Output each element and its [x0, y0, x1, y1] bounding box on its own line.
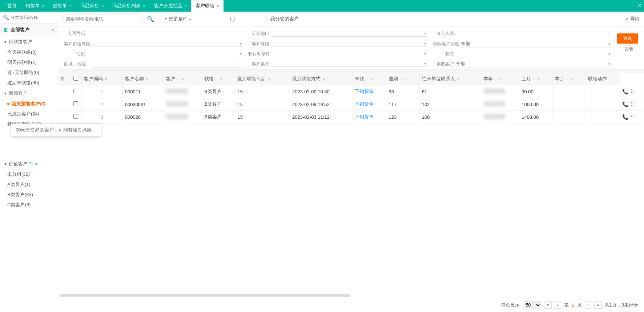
- select-all-checkbox[interactable]: [73, 76, 78, 81]
- close-icon[interactable]: ×: [185, 4, 187, 8]
- sidebar-item-overdue-contact[interactable]: 逾期未联络(30): [0, 78, 58, 88]
- collapse-icon[interactable]: «: [52, 27, 54, 32]
- close-icon[interactable]: ×: [42, 4, 44, 8]
- last-page-button[interactable]: »: [594, 301, 602, 309]
- row-last-method[interactable]: 下销货单: [352, 98, 386, 111]
- row-checkbox-cell[interactable]: [70, 111, 81, 123]
- close-icon[interactable]: ×: [101, 4, 104, 8]
- row-checkbox[interactable]: [73, 101, 78, 106]
- settings-button[interactable]: 设置: [620, 45, 638, 54]
- sort-icon[interactable]: ⇅: [181, 77, 184, 81]
- tab-customer-tier[interactable]: 客户分层经营 ×: [150, 0, 191, 12]
- gear-column-header[interactable]: ⚙: [58, 73, 70, 85]
- more-conditions-button[interactable]: ▼ 更多条件 ▲: [164, 16, 192, 22]
- row-checkbox[interactable]: [73, 89, 78, 93]
- sidebar-all-customers[interactable]: ⊞ 全部客户 «: [0, 24, 58, 36]
- per-page-select[interactable]: 50 100 200: [523, 301, 541, 309]
- export-button[interactable]: ↗ 导出: [625, 16, 640, 22]
- payment-select[interactable]: ▼: [272, 51, 427, 57]
- more-actions-icon[interactable]: ⠿: [631, 114, 634, 120]
- row-unlink: 96: [386, 85, 419, 98]
- customer-type-select[interactable]: ▼: [271, 61, 427, 67]
- sort-icon[interactable]: ⇅: [404, 77, 407, 81]
- tab-sales-order[interactable]: 销货单 ×: [21, 0, 48, 12]
- sidebar-item-churned[interactable]: 已流失客户(24): [0, 109, 58, 119]
- close-icon[interactable]: ×: [69, 4, 71, 8]
- dept-select[interactable]: ▼: [271, 31, 427, 37]
- more-actions-icon[interactable]: ⠿: [631, 101, 634, 107]
- scrollbar-thumb[interactable]: [60, 294, 350, 297]
- manager-select[interactable]: ···: [456, 30, 611, 37]
- horizontal-scrollbar[interactable]: [58, 293, 644, 298]
- sort-icon[interactable]: ⇅: [268, 77, 271, 81]
- tab-purchase-order[interactable]: 进货单 ×: [48, 0, 76, 12]
- my-customers-checkbox[interactable]: 我分管的客户: [196, 16, 299, 22]
- dots-icon[interactable]: ···: [608, 31, 611, 36]
- tab-customer-contact[interactable]: 客户联络 ×: [191, 0, 223, 12]
- sort-icon[interactable]: ⇅: [457, 77, 460, 81]
- search-button[interactable]: 🔍: [147, 16, 154, 23]
- sort-icon[interactable]: ⇅: [323, 77, 326, 81]
- customer-tier-select[interactable]: ▼: [271, 41, 427, 47]
- contact-icon[interactable]: 📞: [622, 101, 628, 107]
- sort-icon[interactable]: ⇅: [499, 77, 502, 81]
- nature-select[interactable]: ▼: [87, 51, 242, 57]
- price-tier-select[interactable]: ▼: [92, 41, 242, 47]
- checkbox-column-header[interactable]: [70, 73, 81, 85]
- gear-icon[interactable]: ⚙: [60, 76, 65, 82]
- sidebar-search-input[interactable]: [11, 15, 58, 20]
- sidebar-item-ungrouped[interactable]: 未分组(32): [0, 169, 58, 179]
- sidebar-group-value[interactable]: ▼ 价值客户 ↻ ✏: [0, 158, 58, 169]
- my-customers-check[interactable]: [196, 17, 269, 21]
- tab-product-analysis[interactable]: 商品分析 ×: [76, 0, 108, 12]
- contact-icon[interactable]: 📞: [622, 114, 628, 120]
- row-action[interactable]: 📞 ⠿: [620, 98, 644, 111]
- row-last-method[interactable]: 下销货单: [352, 111, 386, 123]
- row-checkbox-cell[interactable]: [70, 98, 81, 111]
- prev-page-button[interactable]: ‹: [555, 301, 561, 309]
- dots-icon[interactable]: ···: [239, 61, 242, 66]
- sidebar-item-today-contact[interactable]: 今天待联络(0): [0, 47, 58, 57]
- sidebar-group-review[interactable]: ▼ 回顾客户: [0, 88, 58, 99]
- sidebar-item-tomorrow-contact[interactable]: 明天待联络(1): [0, 57, 58, 68]
- sidebar-item-class-a[interactable]: A类客户(1): [0, 179, 58, 190]
- search-input[interactable]: [63, 15, 142, 23]
- close-icon[interactable]: ×: [143, 4, 145, 8]
- contact-icon[interactable]: 📞: [622, 89, 628, 94]
- sidebar-item-churn-warning[interactable]: 流失预警客户(3): [0, 99, 58, 109]
- tab-home[interactable]: 首页: [3, 0, 21, 12]
- row-last-method[interactable]: 下销货单: [352, 85, 386, 98]
- status-select[interactable]: ▼: [456, 51, 611, 57]
- sort-icon[interactable]: ⇅: [370, 77, 373, 81]
- first-page-button[interactable]: «: [544, 301, 552, 309]
- row-action[interactable]: 📞 ⠿: [620, 111, 644, 123]
- sort-icon[interactable]: ⇅: [570, 77, 573, 81]
- row-checkbox-cell[interactable]: [70, 85, 81, 98]
- row-this-year: 1408.00: [519, 111, 552, 123]
- sort-icon[interactable]: ⇅: [537, 77, 540, 81]
- next-page-button[interactable]: ›: [585, 301, 591, 309]
- query-button[interactable]: 查询: [617, 33, 638, 44]
- phone-input[interactable]: [87, 30, 242, 37]
- sidebar-item-class-c[interactable]: C类客户(6): [0, 200, 58, 210]
- row-checkbox[interactable]: [73, 114, 78, 119]
- sort-icon[interactable]: ⇅: [146, 77, 149, 81]
- edit-icon[interactable]: ✏: [35, 161, 39, 167]
- sort-icon[interactable]: ⇅: [105, 77, 108, 81]
- close-icon[interactable]: ×: [217, 4, 219, 8]
- sidebar-item-7day-contact[interactable]: 近7天待联络(0): [0, 68, 58, 78]
- region-select[interactable]: ···: [92, 61, 242, 68]
- sidebar-group-pending[interactable]: ▼ 待联络客户: [0, 36, 58, 47]
- filter-dept: 分管部门 ▼: [248, 31, 427, 37]
- retail-attr-select[interactable]: 全部 ▼: [461, 40, 611, 48]
- sort-icon[interactable]: ⇅: [220, 77, 223, 81]
- close-all-button[interactable]: ×: [638, 3, 641, 9]
- refresh-icon[interactable]: ↻: [29, 161, 33, 167]
- chevron-down-icon: ▼: [4, 40, 7, 44]
- more-actions-icon[interactable]: ⠿: [631, 89, 634, 94]
- col-contact-person: 往来单位联系人 ⇅: [419, 73, 481, 85]
- retail-customer-select[interactable]: 全部 ▼: [456, 60, 611, 68]
- row-action[interactable]: 📞 ⠿: [620, 85, 644, 98]
- sidebar-item-class-b[interactable]: B类客户(33): [0, 190, 58, 200]
- tab-product-analysis-list[interactable]: 商品分析列表 ×: [108, 0, 149, 12]
